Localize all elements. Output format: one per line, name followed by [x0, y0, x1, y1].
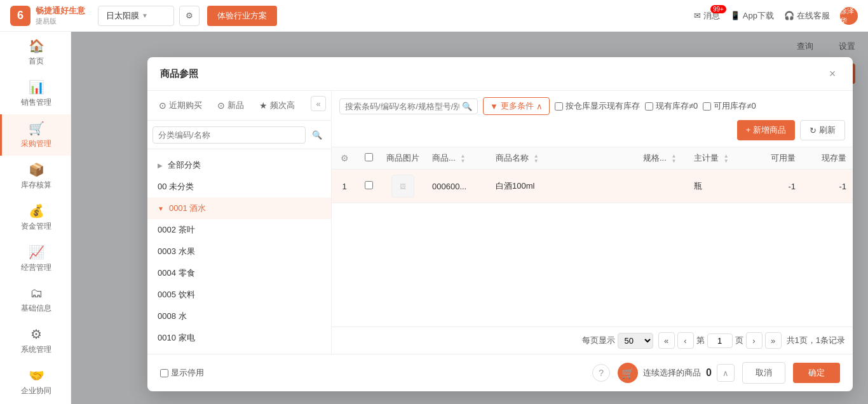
cat-0003-label: 0003 水果 [158, 246, 195, 257]
usable-stock-checkbox[interactable] [703, 102, 711, 111]
product-search-input[interactable] [345, 102, 459, 111]
category-search-icon[interactable]: 🔍 [308, 126, 326, 144]
frequent-tab[interactable]: ★ 频次高 [253, 96, 301, 115]
mobile-icon: 📱 [730, 11, 740, 20]
category-search-input[interactable] [153, 126, 306, 144]
th-product-name[interactable]: 商品名称 ▲▼ [489, 147, 637, 170]
product-search-box: 🔍 [339, 98, 478, 114]
cart-collapse-button[interactable]: ∧ [717, 364, 735, 382]
modal-footer: 显示停用 ? 🛒 连续选择的商品 0 ∧ 取消 确定 [147, 354, 853, 391]
cat-0002-label: 0002 茶叶 [158, 224, 195, 236]
sidebar-item-finance[interactable]: 💰 资金管理 [0, 197, 71, 238]
category-list: 全部分类 00 未分类 0001 酒水 0002 茶叶 0003 水果 [147, 149, 331, 354]
sidebar-item-inventory[interactable]: 📦 库存核算 [0, 156, 71, 197]
cat-0004[interactable]: 0004 零食 [147, 262, 331, 284]
purchase-icon: 🛒 [29, 121, 44, 136]
cat-0010[interactable]: 0010 家电 [147, 327, 331, 349]
product-reference-modal: 商品参照 × ⊙ 近期购买 ⊙ 新品 ★ [147, 57, 853, 391]
filter-more-button[interactable]: ▼ 更多条件 ∧ [483, 97, 550, 115]
main-area: 查询 设置 刷新 商品参照 × ⊙ 近期购买 ⊙ [71, 32, 868, 404]
sort-spec-icon: ▲▼ [671, 154, 676, 164]
th-unit[interactable]: 主计量 ▲▼ [688, 147, 738, 170]
new-products-tab[interactable]: ⊙ 新品 [211, 96, 250, 115]
th-settings: ⚙ [332, 147, 357, 170]
cat-0010-label: 0010 家电 [158, 332, 195, 344]
sales-icon: 📊 [29, 79, 44, 95]
row-img: 🖼 [380, 170, 426, 203]
prev-page-button[interactable]: ‹ [677, 332, 694, 349]
sidebar-item-collab[interactable]: 🤝 企业协同 [0, 361, 71, 403]
first-page-button[interactable]: « [658, 332, 675, 349]
add-product-button[interactable]: + 新增商品 [737, 120, 795, 140]
recent-purchase-tab[interactable]: ⊙ 近期购买 [153, 96, 208, 115]
show-disabled-checkbox-label[interactable]: 显示停用 [160, 367, 204, 379]
sidebar-item-purchase[interactable]: 🛒 采购管理 [0, 114, 71, 156]
sidebar-item-sales[interactable]: 📊 销售管理 [0, 73, 71, 114]
sidebar-item-home[interactable]: 🏠 首页 [0, 32, 71, 73]
refresh-button[interactable]: ↻ 刷新 [800, 120, 845, 140]
star-icon: ★ [259, 100, 268, 111]
cat-0008[interactable]: 0008 水 [147, 306, 331, 327]
available-stock-checkbox[interactable] [645, 102, 653, 111]
cat-0001[interactable]: 0001 酒水 [147, 198, 331, 219]
finance-icon: 💰 [29, 203, 44, 219]
app-download-button[interactable]: 📱 App下载 [730, 10, 774, 22]
settings-icon[interactable]: ⚙ [179, 6, 200, 26]
collapse-icon: « [311, 96, 326, 111]
cat-0003[interactable]: 0003 水果 [147, 241, 331, 262]
cat-0002[interactable]: 0002 茶叶 [147, 219, 331, 241]
next-page-button[interactable]: › [746, 332, 763, 349]
row-available: -1 [738, 170, 802, 203]
sidebar-item-system[interactable]: ⚙ 系统管理 [0, 320, 71, 361]
user-profile[interactable]: 徐泽华 [840, 7, 858, 25]
sidebar-label-basic: 基础信息 [21, 303, 51, 314]
cat-all[interactable]: 全部分类 [147, 154, 331, 176]
avatar: 徐泽华 [840, 7, 858, 25]
page-number-input[interactable] [707, 333, 733, 348]
cancel-button[interactable]: 取消 [742, 362, 785, 384]
logo-icon: 6 [10, 6, 31, 26]
available-stock-checkbox-label[interactable]: 现有库存≠0 [645, 100, 698, 112]
th-spec[interactable]: 规格... ▲▼ [637, 147, 688, 170]
th-product-code[interactable]: 商品... ▲▼ [426, 147, 489, 170]
sidebar-item-basic[interactable]: 🗂 基础信息 [0, 279, 71, 320]
collab-icon: 🤝 [29, 368, 44, 383]
logo-area: 6 畅捷通好生意 捷易版 [10, 5, 85, 26]
page-size-dropdown[interactable]: 50 10 20 100 [618, 333, 653, 349]
table-gear-icon[interactable]: ⚙ [341, 153, 349, 163]
row-checkbox[interactable] [365, 181, 373, 189]
usable-stock-checkbox-label[interactable]: 可用库存≠0 [703, 100, 756, 112]
confirm-button[interactable]: 确定 [793, 363, 840, 383]
last-page-button[interactable]: » [765, 332, 782, 349]
th-stock[interactable]: 现存量 [802, 147, 853, 170]
message-icon: ✉ [694, 11, 701, 20]
trial-button[interactable]: 体验行业方案 [207, 6, 277, 26]
cat-0005[interactable]: 0005 饮料 [147, 284, 331, 306]
new-icon: ⊙ [217, 100, 225, 111]
row-num: 1 [332, 170, 357, 203]
cat-all-label: 全部分类 [168, 159, 201, 171]
message-button[interactable]: ✉ 消息 99+ [694, 10, 720, 22]
select-all-checkbox[interactable] [365, 153, 373, 161]
by-warehouse-checkbox-label[interactable]: 按仓库显示现有库存 [555, 100, 640, 112]
help-button[interactable]: ? [592, 364, 610, 382]
sidebar-label-sales: 销售管理 [21, 97, 51, 108]
recent-icon: ⊙ [159, 100, 166, 111]
collapse-cat-btn[interactable]: « [308, 96, 326, 115]
by-warehouse-checkbox[interactable] [555, 102, 563, 111]
cart-text: 连续选择的商品 [643, 367, 701, 379]
show-disabled-checkbox[interactable] [160, 369, 168, 377]
nav-selector[interactable]: 日太阳膜 ▼ [98, 6, 174, 26]
sidebar-item-operation[interactable]: 📈 经营管理 [0, 238, 71, 279]
cat-00[interactable]: 00 未分类 [147, 176, 331, 198]
modal-close-button[interactable]: × [825, 66, 840, 81]
sort-unit-icon: ▲▼ [724, 154, 729, 164]
cat-0008-label: 0008 水 [158, 311, 187, 322]
th-available[interactable]: 可用量 [738, 147, 802, 170]
table-row[interactable]: 1 🖼 000600... 白酒100ml [332, 170, 853, 203]
online-service-button[interactable]: 🎧 在线客服 [784, 10, 830, 22]
product-search-icon[interactable]: 🔍 [462, 102, 472, 111]
sort-code-icon: ▲▼ [460, 154, 465, 164]
filter-up-icon: ∧ [536, 102, 543, 111]
sidebar-label-finance: 资金管理 [21, 221, 51, 232]
